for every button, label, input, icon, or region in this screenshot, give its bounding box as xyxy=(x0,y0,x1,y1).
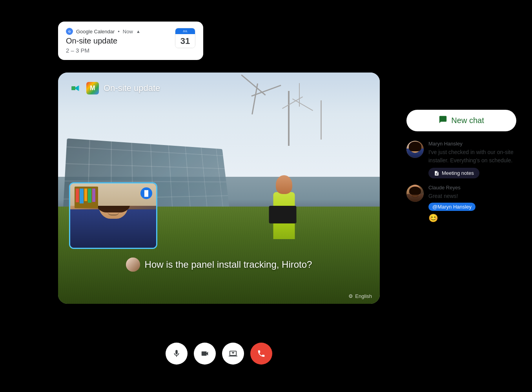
claude-avatar xyxy=(406,185,424,202)
gear-icon: ⚙ xyxy=(348,293,353,299)
camera-button[interactable] xyxy=(194,343,216,365)
calendar-icon-header: JUL xyxy=(175,28,195,34)
maryn-message-text: I've just checked in with our on-site in… xyxy=(428,148,516,165)
notification-title: On-site update xyxy=(66,36,140,45)
svg-rect-2 xyxy=(71,86,75,90)
book-1 xyxy=(76,189,79,202)
claude-message-content: Claude Reyes Great news! @Maryn Hansley … xyxy=(428,185,516,223)
mic-active-indicator: ▐▌ xyxy=(140,187,152,199)
present-button[interactable] xyxy=(222,343,244,365)
chat-messages-list: Maryn Hansley I've just checked in with … xyxy=(406,141,516,223)
present-icon xyxy=(229,349,237,358)
meet-call-title: On-site update xyxy=(104,83,160,93)
google-meet-logo: M xyxy=(69,82,82,94)
notes-icon xyxy=(434,171,439,176)
meeting-notes-label: Meeting notes xyxy=(442,170,474,176)
book-4 xyxy=(88,189,91,203)
chat-message-2: Claude Reyes Great news! @Maryn Hansley … xyxy=(406,185,516,223)
self-video-pip: ▐▌ xyxy=(69,182,157,249)
claude-message-text: Great news! xyxy=(428,192,516,200)
camera-icon xyxy=(200,349,209,358)
maryn-sender-name: Maryn Hansley xyxy=(428,141,516,147)
book-2 xyxy=(80,189,84,203)
reaction-emoji: 😊 xyxy=(428,213,516,223)
caption-text: How is the panel install tracking, Hirot… xyxy=(145,259,312,270)
maryn-avatar xyxy=(406,141,424,158)
book-5 xyxy=(92,189,95,202)
new-chat-button[interactable]: New chat xyxy=(406,110,516,131)
notification-header: G Google Calendar • Now ▲ xyxy=(66,28,140,35)
meet-logo-icon: M xyxy=(86,82,99,94)
notif-dot: • xyxy=(118,29,120,34)
turbine-mast-1 xyxy=(288,91,290,146)
mention-text: @Maryn Hansley xyxy=(432,204,472,210)
maryn-message-content: Maryn Hansley I've just checked in with … xyxy=(428,141,516,178)
end-call-button[interactable] xyxy=(250,343,272,365)
end-call-icon xyxy=(257,349,266,358)
caption-speaker-avatar xyxy=(126,258,140,272)
notif-chevron: ▲ xyxy=(136,29,140,34)
calendar-app-icon: JUL 31 xyxy=(175,28,195,48)
calendar-icon-day: 31 xyxy=(175,34,195,48)
notification-subtitle: 2 – 3 PM xyxy=(66,47,140,54)
meet-header: M M On-site update xyxy=(69,82,160,94)
chat-panel: New chat Maryn Hansley I've just checked… xyxy=(406,110,516,223)
new-chat-icon xyxy=(439,115,447,126)
call-controls xyxy=(58,343,380,365)
claude-sender-name: Claude Reyes xyxy=(428,185,516,191)
chat-message-1: Maryn Hansley I've just checked in with … xyxy=(406,141,516,178)
notif-app-name: Google Calendar xyxy=(76,29,115,34)
mention-chip: @Maryn Hansley xyxy=(428,203,476,211)
bookshelf xyxy=(75,187,98,208)
meeting-notes-chip[interactable]: Meeting notes xyxy=(428,168,479,178)
notification-card: G Google Calendar • Now ▲ On-site update… xyxy=(58,22,203,60)
language-label: English xyxy=(355,293,372,299)
video-call-container: M M On-site update xyxy=(58,73,380,304)
worker-laptop xyxy=(269,206,297,223)
gcal-icon: G xyxy=(66,28,73,35)
mic-button[interactable] xyxy=(166,343,188,365)
turbine-mast-2 xyxy=(321,100,322,140)
captions-bar: How is the panel install tracking, Hirot… xyxy=(58,258,380,272)
new-chat-label: New chat xyxy=(451,116,484,125)
book-3 xyxy=(84,189,87,201)
worker-figure xyxy=(253,153,315,239)
worker-head xyxy=(276,175,292,194)
notif-time: Now xyxy=(123,29,133,34)
notification-content: G Google Calendar • Now ▲ On-site update… xyxy=(66,28,140,54)
mic-icon xyxy=(172,349,181,358)
language-badge: ⚙ English xyxy=(348,293,372,299)
